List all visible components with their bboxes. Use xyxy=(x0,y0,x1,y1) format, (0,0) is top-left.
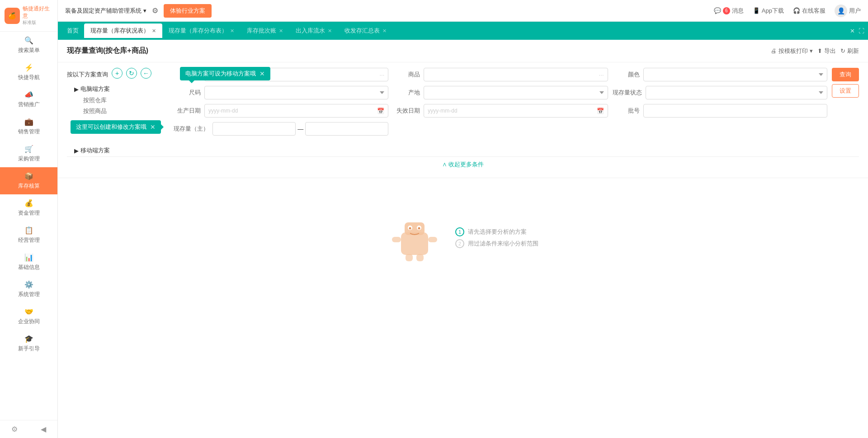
tab-inventory-status-label: 现存量（库存状况表） xyxy=(90,27,149,35)
nav-label-enterprise: 企业协同 xyxy=(18,318,40,325)
tab-summary[interactable]: 收发存汇总表 ✕ xyxy=(338,24,393,38)
sidebar-footer: ⚙ ◀ xyxy=(0,420,57,438)
topbar-settings-icon[interactable]: ⚙ xyxy=(152,6,158,15)
app-download-label: App下载 xyxy=(762,7,784,15)
nav-icon-finance: 💰 xyxy=(24,199,33,207)
empty-content: 1 请先选择要分析的方案 2 用过滤条件来缩小分析范围 xyxy=(387,214,538,264)
tab-inventory-status-close[interactable]: ✕ xyxy=(152,28,156,34)
reset-button[interactable]: 设置 xyxy=(832,84,859,98)
schema-desktop-group[interactable]: ▶ 电脑端方案 xyxy=(71,83,166,95)
print-btn[interactable]: 🖨 按模板打印 ▾ xyxy=(771,47,813,55)
goods-input[interactable]: ··· xyxy=(424,68,608,81)
page-title: 现存量查询(按仓库+商品) xyxy=(67,46,148,56)
schema-child-goods[interactable]: 按照商品 xyxy=(80,106,166,117)
export-btn[interactable]: ⬆ 导出 xyxy=(817,47,836,55)
origin-select[interactable] xyxy=(424,86,608,99)
size-select[interactable] xyxy=(204,86,388,99)
svg-rect-0 xyxy=(401,232,428,255)
nav-label-marketing: 营销推广 xyxy=(18,101,40,108)
add-tooltip: 电脑方案可设为移动方案哦 ✕ xyxy=(180,67,270,80)
stock-main-label: 现存量（主） xyxy=(174,125,209,133)
tab-inventory-status[interactable]: 现存量（库存状况表） ✕ xyxy=(84,24,162,38)
sidebar-settings-btn[interactable]: ⚙ xyxy=(11,425,18,433)
produce-date-input[interactable]: yyyy-mm-dd 📅 xyxy=(204,104,388,118)
solution-button[interactable]: 体验行业方案 xyxy=(164,4,212,18)
tab-summary-close[interactable]: ✕ xyxy=(382,28,387,34)
sidebar-item-marketing[interactable]: 📣 营销推广 xyxy=(0,86,57,113)
stock-main-input-to[interactable] xyxy=(305,122,388,136)
sidebar-item-system[interactable]: ⚙️ 系统管理 xyxy=(0,276,57,303)
schema-edit-tooltip: 这里可以创建和修改方案哦 ✕ xyxy=(71,120,161,134)
sidebar-item-finance[interactable]: 💰 资金管理 xyxy=(0,194,57,221)
origin-label: 产地 xyxy=(393,89,420,97)
schema-add-btn[interactable]: + xyxy=(112,68,123,79)
tab-batch[interactable]: 库存批次账 ✕ xyxy=(241,24,289,38)
color-select[interactable] xyxy=(643,68,827,81)
stock-main-separator: — xyxy=(297,126,303,132)
topbar-support[interactable]: 🎧 在线客服 xyxy=(793,7,826,15)
query-btn-group: 查询 设置 xyxy=(832,68,859,98)
tab-inventory-dist-close[interactable]: ✕ xyxy=(230,28,234,34)
filter-row-1: 仓库 ··· 商品 ··· xyxy=(174,68,827,81)
filter-label-row: 按以下方案查询 + ↻ ← xyxy=(67,68,166,79)
refresh-btn[interactable]: ↻ 刷新 xyxy=(840,47,859,55)
collapse-bar[interactable]: ∧ 收起更多条件 xyxy=(67,156,859,172)
topbar-messages[interactable]: 💬 6 消息 xyxy=(714,7,744,15)
topbar-app-download[interactable]: 📱 App下载 xyxy=(753,7,784,15)
support-label: 在线客服 xyxy=(802,7,826,15)
sidebar-item-guide[interactable]: 🎓 新手引导 xyxy=(0,330,57,357)
sidebar-item-basic[interactable]: 📊 基础信息 xyxy=(0,249,57,276)
stock-status-select[interactable] xyxy=(646,86,827,99)
filter-label: 按以下方案查询 xyxy=(67,68,108,79)
sidebar-item-search[interactable]: 🔍 搜索菜单 xyxy=(0,32,57,59)
schema-mobile-label: 移动端方案 xyxy=(80,146,110,155)
stock-status-label: 现存量状态 xyxy=(613,89,642,97)
sidebar-item-enterprise[interactable]: 🤝 企业协同 xyxy=(0,303,57,330)
sidebar: 🍊 畅捷通好生意 标准版 🔍 搜索菜单 ⚡ 快捷导航 📣 营销推广 💼 销售管理… xyxy=(0,0,58,438)
schema-mobile-group[interactable]: ▶ 移动端方案 xyxy=(71,145,166,156)
collapse-label: 收起更多条件 xyxy=(448,161,484,168)
sidebar-item-sales[interactable]: 💼 销售管理 xyxy=(0,113,57,140)
sidebar-item-quicknav[interactable]: ⚡ 快捷导航 xyxy=(0,59,57,86)
size-label: 尺码 xyxy=(174,89,201,97)
color-label: 颜色 xyxy=(613,71,640,79)
message-badge: 6 xyxy=(723,7,730,14)
sidebar-item-purchase[interactable]: 🛒 采购管理 xyxy=(0,140,57,167)
user-label: 用户 xyxy=(849,7,861,15)
tab-flow[interactable]: 出入库流水 ✕ xyxy=(289,24,338,38)
topbar-user[interactable]: 👤 用户 xyxy=(835,5,861,17)
tab-inventory-dist[interactable]: 现存量（库存分布表） ✕ xyxy=(162,24,241,38)
tab-flow-close[interactable]: ✕ xyxy=(328,28,332,34)
sidebar-item-inventory[interactable]: 📦 库存核算 xyxy=(0,167,57,194)
topbar-left: 装备及固定资产辅助管理系统 ▾ ⚙ 体验行业方案 xyxy=(65,4,212,18)
tabbar: 首页 现存量（库存状况表） ✕ 现存量（库存分布表） ✕ 库存批次账 ✕ 出入库… xyxy=(58,22,868,40)
headset-icon: 🎧 xyxy=(793,7,800,14)
tab-batch-close[interactable]: ✕ xyxy=(279,28,283,34)
empty-step-2: 2 用过滤条件来缩小分析范围 xyxy=(455,239,538,248)
tab-home[interactable]: 首页 xyxy=(61,27,84,35)
tab-flow-label: 出入库流水 xyxy=(296,27,325,35)
query-button[interactable]: 查询 xyxy=(832,68,859,81)
logo-icon: 🍊 xyxy=(5,8,20,24)
empty-steps-list: 1 请先选择要分析的方案 2 用过滤条件来缩小分析范围 xyxy=(455,227,538,251)
stock-main-range: — xyxy=(212,122,388,136)
tabbar-close-all[interactable]: ✕ xyxy=(850,28,855,34)
topbar: 装备及固定资产辅助管理系统 ▾ ⚙ 体验行业方案 💬 6 消息 📱 App下载 … xyxy=(58,0,868,22)
schema-back-btn[interactable]: ← xyxy=(141,68,151,79)
batch-input[interactable] xyxy=(643,104,827,118)
expire-date-input[interactable]: yyyy-mm-dd 📅 xyxy=(424,104,608,118)
expire-date-placeholder: yyyy-mm-dd xyxy=(428,108,457,114)
schema-refresh-btn[interactable]: ↻ xyxy=(126,68,137,79)
refresh-label: 刷新 xyxy=(847,47,859,55)
sidebar-item-operations[interactable]: 📋 经营管理 xyxy=(0,221,57,249)
schema-child-warehouse[interactable]: 按照仓库 xyxy=(80,95,166,106)
stock-main-input-from[interactable] xyxy=(212,122,296,136)
schema-edit-tooltip-close[interactable]: ✕ xyxy=(150,123,156,131)
nav-icon-guide: 🎓 xyxy=(24,334,33,343)
sidebar-collapse-btn[interactable]: ◀ xyxy=(41,425,46,433)
add-tooltip-close[interactable]: ✕ xyxy=(259,70,265,77)
system-selector[interactable]: 装备及固定资产辅助管理系统 ▾ xyxy=(65,7,146,15)
tabbar-maximize[interactable]: ⛶ xyxy=(859,28,864,34)
message-label: 消息 xyxy=(732,7,744,15)
svg-point-5 xyxy=(418,227,420,230)
